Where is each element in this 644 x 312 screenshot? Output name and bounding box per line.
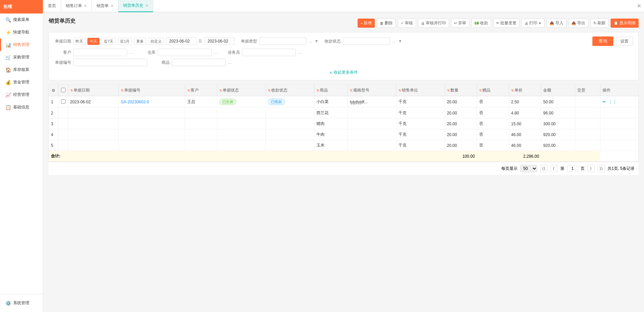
row-no-cell[interactable] xyxy=(119,129,185,140)
goods-select-icon[interactable]: … xyxy=(228,60,232,65)
row-no-cell[interactable] xyxy=(119,119,185,129)
tab-sales-order-close[interactable]: ✕ xyxy=(84,4,87,8)
col-settings[interactable]: ⚙ xyxy=(49,85,58,96)
tab-sales-delivery[interactable]: 销货单 ✕ xyxy=(92,0,118,12)
customer-select-icon[interactable]: … xyxy=(129,50,133,55)
date-today[interactable]: 今天 xyxy=(87,38,100,45)
filter-warehouse: 仓库 … xyxy=(139,49,218,56)
row-goods-cell: 牛肉 xyxy=(314,129,347,140)
import-button[interactable]: 📥 导入 xyxy=(547,19,566,28)
row-no-cell[interactable] xyxy=(119,140,185,151)
sidebar-item-system[interactable]: ⚙️ 系统管理 xyxy=(0,297,43,309)
sidebar-item-search-menu[interactable]: 🔍 搜索菜单 xyxy=(0,14,43,26)
col-goods[interactable]: ⇅ 商品 xyxy=(314,85,347,96)
row-no-cell[interactable]: SA-20230602-0 xyxy=(119,96,185,108)
date-7days[interactable]: 近7天 xyxy=(102,38,116,45)
settings-button[interactable]: 设置 xyxy=(616,37,633,46)
tab-sales-order[interactable]: 销售订单 ✕ xyxy=(61,0,92,12)
date-from-input[interactable] xyxy=(166,37,196,45)
print-button[interactable]: 🖨 打印 ▼ xyxy=(522,19,544,28)
collapse-button[interactable]: ∧ 收起更多条件 xyxy=(54,69,633,76)
date-yesterday[interactable]: 昨天 xyxy=(73,38,85,45)
staff-input[interactable] xyxy=(242,49,296,56)
export-icon: 📤 xyxy=(571,21,576,25)
page-last-button[interactable]: ⟩⟩ xyxy=(597,165,605,172)
more-action-icon[interactable]: ⋮⋮ xyxy=(608,99,617,104)
settings-icon[interactable]: ⚙ xyxy=(52,88,55,93)
page-prev-button[interactable]: ⟨ xyxy=(550,165,558,172)
page-first-button[interactable]: ⟨⟨ xyxy=(540,165,548,172)
col-qty[interactable]: ⇅ 数量 xyxy=(445,85,477,96)
row-checkbox[interactable] xyxy=(61,99,65,104)
audit-button[interactable]: ✓ 审核 xyxy=(398,19,416,28)
customer-input[interactable] xyxy=(73,49,127,56)
warehouse-select-icon[interactable]: … xyxy=(214,50,218,55)
add-button[interactable]: + 新增 xyxy=(358,19,375,28)
payment-dropdown-icon[interactable]: ▼ xyxy=(398,39,402,44)
warehouse-input[interactable] xyxy=(158,49,212,56)
row-no-cell[interactable] xyxy=(119,108,185,119)
collect-button[interactable]: 💵 收款 xyxy=(471,19,491,28)
page-next-button[interactable]: ⟩ xyxy=(587,165,595,172)
col-check[interactable] xyxy=(58,85,68,96)
col-no[interactable]: ⇅ 单据编号 xyxy=(119,85,185,96)
payment-input[interactable] xyxy=(343,37,390,45)
sidebar-item-operations[interactable]: 📈 经营管理 xyxy=(0,88,43,101)
sidebar-item-basic-info[interactable]: 📋 基础信息 xyxy=(0,101,43,113)
sidebar-item-quick-nav[interactable]: ⚡ 快捷导航 xyxy=(0,26,43,38)
edit-action-icon[interactable]: ✏ xyxy=(603,99,606,104)
sidebar-item-sales-mgmt[interactable]: 📊 销售管理 xyxy=(0,38,43,51)
sidebar-item-finance[interactable]: 💰 资金管理 xyxy=(0,76,43,88)
col-order-status[interactable]: ⇅ 单据状态 xyxy=(217,85,266,96)
col-gift[interactable]: ⇅ 赠品 xyxy=(477,85,509,96)
sort-icon: ⇅ xyxy=(268,88,271,92)
tab-close-all[interactable]: ✕ xyxy=(637,3,644,9)
type-select-icon[interactable]: … xyxy=(308,39,312,44)
col-transaction[interactable]: 交货 xyxy=(575,85,600,96)
row-check-cell[interactable] xyxy=(58,108,68,119)
delete-button[interactable]: 🗑 删除 xyxy=(377,19,396,28)
sidebar-item-purchase-mgmt[interactable]: 🛒 采购管理 xyxy=(0,51,43,63)
date-to-input[interactable] xyxy=(204,37,235,45)
col-date[interactable]: ⇅ 单据日期 xyxy=(68,85,119,96)
select-all-checkbox[interactable] xyxy=(61,88,65,92)
col-unit[interactable]: ⇅ 销售单位 xyxy=(396,85,445,96)
date-more[interactable]: 更多 xyxy=(134,38,146,45)
refresh-button[interactable]: ↻ 刷新 xyxy=(590,19,609,28)
audit-print-button[interactable]: 🖨 审核并打印 xyxy=(418,19,449,28)
orderno-input[interactable] xyxy=(73,59,147,66)
type-dropdown-icon[interactable]: ▼ xyxy=(314,39,318,44)
abandon-button[interactable]: ↩ 弃审 xyxy=(451,19,469,28)
row-check-cell[interactable] xyxy=(58,140,68,151)
tab-home[interactable]: 首页 xyxy=(43,0,61,12)
col-amount[interactable]: 金额 xyxy=(541,85,575,96)
row-check-cell[interactable] xyxy=(58,119,68,129)
col-customer[interactable]: ⇅ 客户 xyxy=(185,85,217,96)
batch-change-button[interactable]: ✏ 批量变更 xyxy=(493,19,520,28)
query-button[interactable]: 查询 xyxy=(592,36,613,46)
row-transaction-cell xyxy=(575,119,600,129)
per-page-select[interactable]: 50 20 100 xyxy=(520,165,537,172)
summary-amount: 2,286.00 xyxy=(477,151,541,162)
tab-sales-delivery-close[interactable]: ✕ xyxy=(111,4,113,8)
goods-input[interactable] xyxy=(172,59,226,66)
payment-select-icon[interactable]: … xyxy=(392,39,396,44)
sidebar-item-inventory[interactable]: 🏠 库存核算 xyxy=(0,63,43,76)
summary-label: 合计: xyxy=(49,151,68,162)
col-price[interactable]: ⇅ 单价 xyxy=(509,85,541,96)
row-gift-cell: 否 xyxy=(477,140,509,151)
col-payment-status[interactable]: ⇅ 收款状态 xyxy=(265,85,314,96)
row-check-cell[interactable] xyxy=(58,96,68,108)
col-spec[interactable]: ⇅ 规格型号 xyxy=(348,85,396,96)
col-payment-status-sort: ⇅ 收款状态 xyxy=(268,87,312,93)
page-input[interactable] xyxy=(567,165,578,172)
date-custom[interactable]: 自定义 xyxy=(148,38,164,45)
type-input[interactable] xyxy=(259,37,306,45)
staff-select-icon[interactable]: … xyxy=(298,50,302,55)
date-1month[interactable]: 近1月 xyxy=(118,38,132,45)
row-check-cell[interactable] xyxy=(58,129,68,140)
tab-sales-history[interactable]: 销货单历史 ✕ xyxy=(118,0,153,12)
show-detail-button[interactable]: 📋 显示明细 xyxy=(611,19,639,28)
tab-sales-history-close[interactable]: ✕ xyxy=(145,4,148,7)
export-button[interactable]: 📤 导出 xyxy=(568,19,588,28)
